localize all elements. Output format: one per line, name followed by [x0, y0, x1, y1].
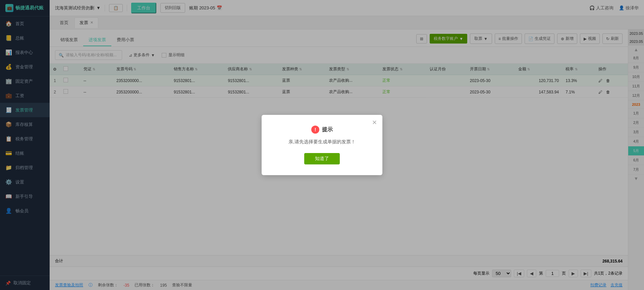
modal-close-button[interactable]: ✕: [372, 119, 377, 126]
modal-ok-button[interactable]: 知道了: [304, 153, 340, 164]
warning-icon: !: [311, 126, 319, 134]
modal-header: ! 提示: [272, 126, 372, 134]
modal-body: 亲,请先选择要生成单据的发票！: [272, 139, 372, 145]
modal-overlay: ✕ ! 提示 亲,请先选择要生成单据的发票！ 知道了: [0, 0, 644, 290]
modal-title: 提示: [322, 126, 333, 133]
ok-label: 知道了: [315, 156, 329, 161]
modal-dialog: ✕ ! 提示 亲,请先选择要生成单据的发票！ 知道了: [262, 115, 382, 175]
